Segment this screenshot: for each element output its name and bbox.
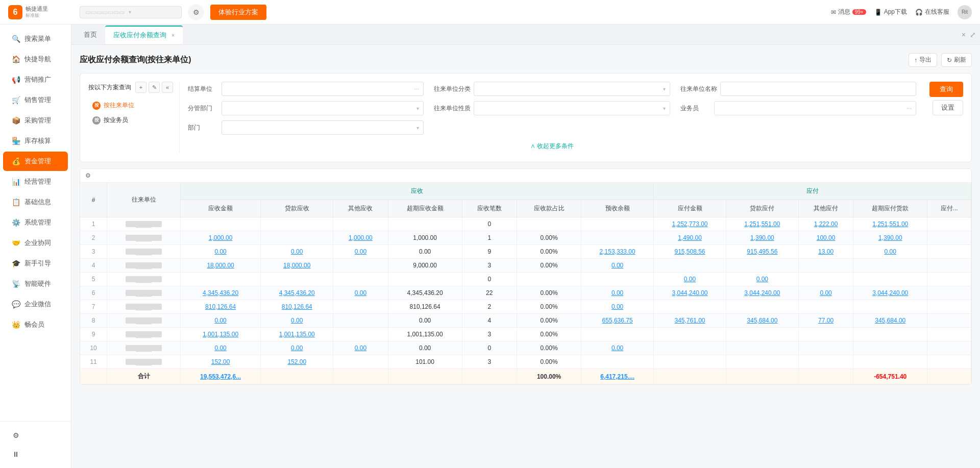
table-cell[interactable]: 0.00	[261, 314, 333, 328]
table-cell[interactable]: 3,044,240.00	[654, 286, 726, 300]
sidebar-item-member[interactable]: 👑 畅会员	[3, 315, 68, 334]
row-index-cell: 8	[80, 314, 107, 328]
sidebar-bottom-collapse[interactable]: ⏸	[3, 445, 68, 463]
table-row: 4████18,000.0018,000.009,000.0030.00%0.0…	[80, 259, 971, 273]
table-cell[interactable]: 915,508.56	[654, 245, 726, 259]
sidebar-item-hardware[interactable]: 📡 智能硬件	[3, 274, 68, 293]
table-cell[interactable]: 1,390.00	[726, 231, 798, 245]
partner-name-input[interactable]	[720, 82, 916, 96]
sidebar-item-inventory[interactable]: 🏪 库存核算	[3, 131, 68, 151]
user-avatar[interactable]: Rit	[958, 5, 972, 19]
collapse-scheme-button[interactable]: «	[162, 82, 173, 93]
table-cell[interactable]: 100.00	[798, 231, 853, 245]
department-input[interactable]: ▾	[222, 120, 424, 135]
scheme-item-partner[interactable]: 按 按往来单位	[88, 99, 173, 112]
table-cell[interactable]: 0.00	[261, 245, 333, 259]
window-close-button[interactable]: ×	[962, 31, 966, 39]
table-cell[interactable]: 1,222.00	[798, 217, 853, 231]
table-cell[interactable]: 915,495.56	[726, 245, 798, 259]
table-cell[interactable]: 1,251,551.00	[726, 217, 798, 231]
sidebar-item-wechat[interactable]: 💬 企业微信	[3, 294, 68, 314]
sidebar-item-enterprise[interactable]: 🤝 企业协同	[3, 233, 68, 253]
sidebar-item-basic-info[interactable]: 📋 基础信息	[3, 192, 68, 212]
messages-button[interactable]: ✉ 消息 99+	[831, 8, 866, 16]
table-cell[interactable]: 18,000.00	[180, 259, 260, 273]
table-cell[interactable]: 1,000.00	[333, 231, 388, 245]
partner-nature-input[interactable]: ▾	[474, 101, 670, 115]
settlement-unit-input[interactable]: ···	[222, 82, 424, 96]
export-button[interactable]: ↑ 导出	[909, 53, 937, 67]
partner-category-input[interactable]: ▾	[474, 82, 670, 96]
table-cell[interactable]: 13.00	[798, 245, 853, 259]
table-cell[interactable]: 0.00	[180, 245, 260, 259]
app-download-button[interactable]: 📱 App下载	[874, 8, 907, 16]
table-cell[interactable]: 18,000.00	[261, 259, 333, 273]
table-cell[interactable]: 1,000.00	[180, 231, 260, 245]
dept-manager-input[interactable]: ▾	[222, 101, 424, 115]
table-cell[interactable]: 1,001,135.00	[261, 328, 333, 341]
refresh-button[interactable]: ↻ 刷新	[941, 53, 972, 67]
salesman-input[interactable]: ···	[714, 101, 916, 115]
breadcrumb-input[interactable]: ▭▭▭▭▭▭▭ ▾	[80, 6, 182, 18]
sidebar-item-operations[interactable]: 📊 经营管理	[3, 172, 68, 191]
table-cell[interactable]: 345,684.00	[853, 314, 927, 328]
table-cell[interactable]: 3,044,240.00	[726, 286, 798, 300]
table-cell[interactable]: 810,126.64	[261, 300, 333, 314]
table-cell[interactable]: 1,252,773.00	[654, 217, 726, 231]
table-cell[interactable]: 3,044,240.00	[853, 286, 927, 300]
settings-gear-button[interactable]: ⚙	[188, 4, 204, 20]
sidebar-bottom-settings[interactable]: ⚙	[3, 426, 68, 445]
table-cell[interactable]: 0.00	[726, 273, 798, 286]
table-cell[interactable]: 0.00	[333, 286, 388, 300]
sidebar-item-search-menu[interactable]: 🔍 搜索菜单	[3, 29, 68, 48]
tab-ar-ap-query[interactable]: 应收应付余额查询 ×	[105, 26, 183, 44]
table-cell[interactable]: 0.00	[261, 341, 333, 355]
sidebar-item-marketing[interactable]: 📢 营销推广	[3, 70, 68, 89]
tab-home[interactable]: 首页	[76, 26, 105, 43]
table-cell[interactable]: 0.00	[581, 286, 654, 300]
table-cell[interactable]: 4,345,436.20	[261, 286, 333, 300]
total-prepaid-balance[interactable]: 6,417,215....	[581, 369, 654, 384]
sidebar-item-guide[interactable]: 🎓 新手引导	[3, 254, 68, 273]
table-cell[interactable]: 0.00	[180, 314, 260, 328]
table-cell[interactable]: 1,251,551.00	[853, 217, 927, 231]
table-cell[interactable]: 345,684.00	[726, 314, 798, 328]
table-cell[interactable]: 0.00	[333, 341, 388, 355]
table-cell[interactable]: 0.00	[581, 300, 654, 314]
table-cell[interactable]: 0.00	[798, 286, 853, 300]
collapse-more-button[interactable]: ∧ 收起更多条件	[188, 139, 916, 154]
table-cell[interactable]: 1,390.00	[853, 231, 927, 245]
table-cell[interactable]: 345,761.00	[654, 314, 726, 328]
query-button[interactable]: 查询	[929, 82, 963, 97]
total-receivable-amount[interactable]: 19,553,472,6...	[180, 369, 260, 384]
table-cell[interactable]: 810,126.64	[180, 300, 260, 314]
table-cell[interactable]: 1,490.00	[654, 231, 726, 245]
sidebar-item-system[interactable]: ⚙️ 系统管理	[3, 213, 68, 232]
edit-scheme-button[interactable]: ✎	[149, 82, 160, 93]
table-cell[interactable]: 152.00	[180, 355, 260, 369]
table-cell[interactable]: 0.00	[581, 259, 654, 273]
table-cell[interactable]: 0.00	[581, 341, 654, 355]
table-cell[interactable]: 0.00	[853, 245, 927, 259]
table-cell[interactable]: 655,636.75	[581, 314, 654, 328]
scheme-item-salesman[interactable]: 按 按业务员	[88, 114, 173, 127]
table-cell[interactable]: 1,001,135.00	[180, 328, 260, 341]
table-settings-icon[interactable]: ⚙	[85, 172, 91, 179]
sidebar-item-sales[interactable]: 🛒 销售管理	[3, 90, 68, 110]
table-cell[interactable]: 0.00	[180, 341, 260, 355]
table-cell[interactable]: 2,153,333.00	[581, 245, 654, 259]
online-service-button[interactable]: 🎧 在线客服	[915, 8, 949, 16]
solution-button[interactable]: 体验行业方案	[210, 5, 266, 20]
table-cell[interactable]: 4,345,436.20	[180, 286, 260, 300]
window-expand-button[interactable]: ⤢	[970, 31, 976, 39]
sidebar-item-purchase[interactable]: 📦 采购管理	[3, 111, 68, 130]
table-cell[interactable]: 152.00	[261, 355, 333, 369]
sidebar-item-quick-nav[interactable]: 🏠 快捷导航	[3, 50, 68, 69]
settings-button[interactable]: 设置	[933, 100, 963, 115]
tab-close-button[interactable]: ×	[172, 32, 175, 38]
sidebar-item-finance[interactable]: 💰 资金管理	[3, 152, 68, 171]
table-cell[interactable]: 0.00	[333, 245, 388, 259]
table-cell[interactable]: 77.00	[798, 314, 853, 328]
table-cell[interactable]: 0.00	[654, 273, 726, 286]
add-scheme-button[interactable]: +	[135, 82, 146, 93]
